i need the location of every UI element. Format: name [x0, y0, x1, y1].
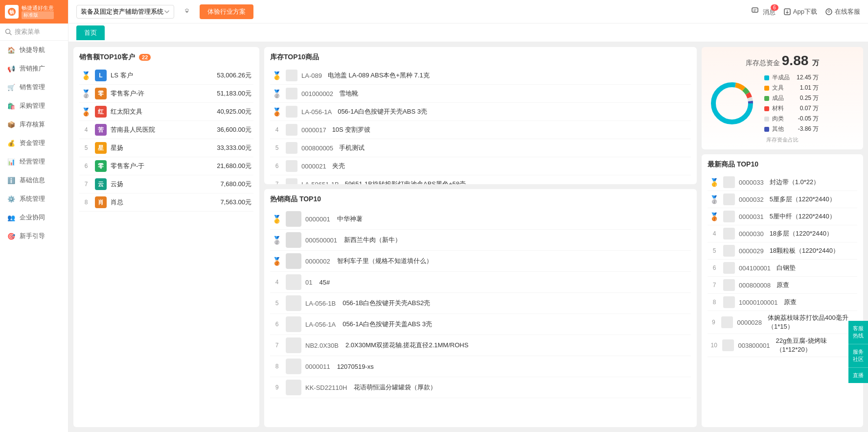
- sidebar-item-system[interactable]: ⚙️ 系统管理: [0, 190, 68, 208]
- sidebar-item-guide[interactable]: 🎯 新手引导: [0, 227, 68, 245]
- legend-color-dot: [764, 117, 769, 121]
- sidebar-item-sales[interactable]: 🛒 销售管理: [0, 78, 68, 96]
- newest-product-item: 🥇 0000033 封边带（1.0*22）: [708, 174, 857, 191]
- customer-amount: 33,333.00元: [217, 144, 251, 152]
- sidebar-item-marketing[interactable]: 📢 营销推广: [0, 59, 68, 78]
- sidebar-item-basicinfo[interactable]: ℹ️ 基础信息: [0, 171, 68, 190]
- sidebar-item-label: 系统管理: [20, 194, 45, 203]
- customer-avatar: L: [95, 70, 107, 81]
- legend-item: 其他 -3.86 万: [764, 125, 819, 133]
- hot-product-item: 8 0000011 12070519-xs: [270, 356, 691, 377]
- online-service-button[interactable]: 在线客服: [825, 7, 860, 16]
- rank-number: 10: [709, 342, 718, 349]
- legend-item: 肉类 -0.05 万: [764, 115, 819, 123]
- medal-bronze-icon: 🥉: [272, 257, 282, 266]
- sidebar-item-finance[interactable]: 💰 资金管理: [0, 134, 68, 152]
- customer-list-item: 🥇 L LS 客户 53,006.26元: [79, 67, 253, 85]
- sidebar-search[interactable]: 搜索菜单: [0, 24, 68, 41]
- trial-button[interactable]: 体验行业方案: [200, 4, 253, 19]
- gear-button[interactable]: [180, 5, 194, 19]
- customer-name: 红太阳文具: [111, 107, 213, 116]
- movement-list-item: 🥇 LA-089 电池盖 LA-089 ABS本色+黑种 7.1克: [270, 67, 691, 85]
- customer-list: 🥇 L LS 客户 53,006.26元 🥈 零 零售客户-许 51,183.0…: [79, 67, 253, 212]
- app-download-button[interactable]: App下载: [783, 7, 817, 16]
- product-code: 000800008: [739, 282, 771, 289]
- customer-name: 苦南县人民医院: [111, 125, 213, 134]
- sidebar-item-label: 资金管理: [20, 139, 45, 147]
- settings-icon: ⚙️: [7, 194, 16, 203]
- inventory-amount: 9.88: [782, 53, 809, 68]
- newest-product-item: 8 10000100001 原查: [708, 294, 857, 311]
- rank-number: 6: [272, 163, 282, 169]
- sidebar-item-quicknav[interactable]: 🏠 快捷导航: [0, 41, 68, 59]
- product-code: LA-056-1A: [305, 321, 336, 328]
- product-movement-title: 库存TOP10商品: [270, 53, 691, 62]
- tab-home[interactable]: 首页: [76, 25, 105, 40]
- rank-number: 6: [709, 264, 719, 271]
- legend-value: 12.45 万: [793, 73, 819, 82]
- chart-icon: 📊: [7, 157, 16, 166]
- product-code: 000500001: [305, 237, 337, 244]
- left-column: 销售额TOP10客户 22 🥇 L LS 客户 53,006.26元 🥈 零 零…: [73, 47, 259, 427]
- product-code: 0000021: [301, 163, 326, 170]
- float-btn-community[interactable]: 服务社区: [848, 344, 868, 368]
- product-code: 0000028: [737, 319, 762, 326]
- rank-number: 5: [272, 144, 282, 151]
- product-thumbnail: [723, 211, 735, 222]
- newest-product-item: 🥈 0000032 5厘多层（1220*2440）: [708, 191, 857, 208]
- sidebar-item-label: 营销推广: [20, 64, 45, 73]
- product-name: 原查: [777, 281, 789, 289]
- product-image: [286, 295, 301, 311]
- movement-list: 🥇 LA-089 电池盖 LA-089 ABS本色+黑种 7.1克 🥈 0010…: [270, 67, 691, 184]
- sidebar: 畅 畅捷通好生意 标准版 搜索菜单 🏠 快捷导航 📢 营销推广 🛒 销售管理 🛍…: [0, 0, 69, 432]
- bag-icon: 🛍️: [7, 101, 16, 110]
- product-thumbnail: [722, 339, 734, 351]
- customer-amount: 21,680.00元: [217, 162, 251, 170]
- main-area: 装备及固定资产辅助管理系统 体验行业方案 消息 6 App下载 在线客服: [69, 0, 868, 432]
- rank-number: 9: [709, 319, 717, 326]
- hot-product-item: 🥉 0000002 智利车子里（规格不知道填什么）: [270, 251, 691, 272]
- content-area: 销售额TOP10客户 22 🥇 L LS 客户 53,006.26元 🥈 零 零…: [69, 42, 868, 432]
- team-icon: 👥: [7, 213, 16, 222]
- sidebar-item-enterprise[interactable]: 👥 企业协同: [0, 208, 68, 227]
- sidebar-item-label: 库存核算: [20, 120, 45, 129]
- hot-product-item: 6 LA-056-1A 056-1A白色按键开关盖ABS 3壳: [270, 314, 691, 335]
- messages-button[interactable]: 消息 6: [751, 6, 776, 17]
- donut-chart-container: 半成品 12.45 万 文具 1.01 万 成品 0.25 万 材料 0.07 …: [708, 73, 857, 133]
- sidebar-item-inventory[interactable]: 📦 库存核算: [0, 115, 68, 134]
- float-btn-service[interactable]: 客服热线: [848, 321, 868, 344]
- customer-avatar: 零: [95, 88, 107, 99]
- sidebar-item-operations[interactable]: 📊 经营管理: [0, 152, 68, 171]
- money-icon: 💰: [7, 139, 16, 147]
- product-name: 5厘中纤（1220*2440）: [770, 212, 836, 221]
- medal-bronze-icon: 🥉: [709, 212, 719, 221]
- sidebar-item-label: 基础信息: [20, 176, 45, 185]
- product-name: 5厘多层（1220*2440）: [770, 195, 836, 204]
- app-version: 标准版: [22, 11, 54, 19]
- product-name: 雪地靴: [339, 89, 689, 98]
- medal-bronze-icon: 🥉: [272, 107, 282, 117]
- product-thumbnail: [286, 88, 297, 99]
- legend-item: 材料 0.07 万: [764, 104, 819, 113]
- hot-product-item: 7 NB2.0X30B 2.0X30MM双搓花轴.搓花直径2.1MM/ROHS: [270, 335, 691, 356]
- product-name: 59651-1B旋转投影灯电池盒ABS黑色+58壳: [345, 180, 689, 184]
- float-btn-live[interactable]: 直播: [848, 368, 868, 383]
- sidebar-item-label: 企业协同: [20, 213, 45, 222]
- legend-label: 半成品: [772, 73, 790, 82]
- messages-count: 6: [771, 4, 778, 11]
- legend-color-dot: [764, 86, 769, 91]
- medal-silver-icon: 🥈: [709, 195, 719, 204]
- logo-area: 畅 畅捷通好生意 标准版: [0, 0, 68, 24]
- movement-list-item: 6 0000021 夹壳: [270, 157, 691, 175]
- product-name: 智利车子里（规格不知道填什么）: [337, 257, 689, 265]
- info-icon: ℹ️: [7, 176, 16, 185]
- hot-product-item: 9 KK-SD22110H 花语萌恒温分罐罐袋（厚款）: [270, 377, 691, 398]
- nav-tabs: 首页: [69, 24, 868, 42]
- system-selector[interactable]: 装备及固定资产辅助管理系统: [76, 5, 174, 19]
- newest-product-item: 9 0000028 体婉荔枝味苏打饮品400毫升（1*15）: [708, 311, 857, 334]
- sidebar-item-purchase[interactable]: 🛍️ 采购管理: [0, 96, 68, 115]
- customer-avatar: 肖: [95, 196, 107, 208]
- medal-gold-icon: 🥇: [81, 71, 91, 80]
- newest-product-item: 10 003800001 22g鱼豆腐-烧烤味（1*12*20）: [708, 334, 857, 357]
- rank-number: 9: [272, 384, 282, 391]
